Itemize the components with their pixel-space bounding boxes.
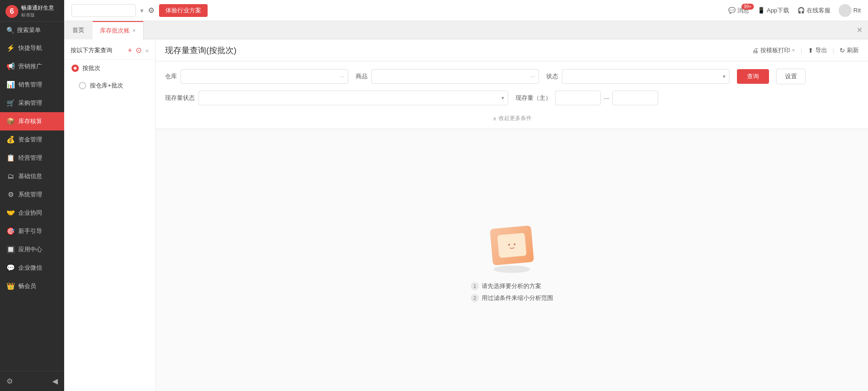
sidebar-item-purchase[interactable]: 🛒 采购管理 — [0, 94, 64, 112]
query-btn[interactable]: 查询 — [737, 69, 769, 84]
stock-qty-min-input[interactable] — [555, 91, 601, 105]
sidebar-item-member[interactable]: 👑 畅会员 — [0, 277, 64, 295]
filter-collapse-icon[interactable]: « — [145, 47, 149, 54]
sidebar-item-sales[interactable]: 📊 销售管理 — [0, 76, 64, 94]
print-chevron-icon: ▾ — [792, 47, 795, 54]
export-icon: ⬆ — [808, 47, 813, 54]
topbar-chevron-icon[interactable]: ▾ — [140, 7, 143, 14]
tab-home[interactable]: 首页 — [64, 21, 93, 39]
stock-qty-max-input[interactable] — [612, 91, 658, 105]
chevron-up-icon: ∧ — [493, 115, 497, 122]
sidebar-item-label: 企业微信 — [18, 264, 42, 272]
export-label: 导出 — [815, 46, 827, 54]
collapse-label: 收起更多条件 — [499, 114, 532, 122]
sidebar-item-shortcuts[interactable]: ⚡ 快捷导航 — [0, 39, 64, 57]
status-select[interactable]: ▾ — [562, 69, 730, 84]
warehouse-input[interactable]: ··· — [181, 69, 348, 84]
warehouse-dots-icon: ··· — [340, 73, 344, 80]
refresh-btn[interactable]: ↻ 刷新 — [840, 46, 859, 54]
sidebar-item-guide[interactable]: 🎯 新手引导 — [0, 222, 64, 240]
messages-icon: 💬 — [728, 7, 736, 14]
tab-active-label: 库存批次账 — [100, 27, 130, 35]
filter-item-batch-label: 按批次 — [82, 64, 100, 72]
sidebar-item-operations[interactable]: 📋 经营管理 — [0, 149, 64, 167]
sidebar-item-label: 销售管理 — [18, 81, 42, 89]
sidebar-item-inventory[interactable]: 📦 库存核算 — [0, 112, 64, 130]
sidebar-footer: ⚙ ◀ — [0, 371, 64, 391]
sidebar-item-label: 畅会员 — [18, 282, 36, 290]
filter-sub-dot — [79, 82, 86, 89]
sidebar-item-collab[interactable]: 🤝 企业协同 — [0, 204, 64, 222]
filter-add-btn[interactable]: + — [128, 46, 132, 54]
tab-inventory-batch[interactable]: 库存批次账 × — [93, 21, 143, 39]
collapse-sidebar-icon[interactable]: ◀ — [52, 377, 58, 386]
messages-group[interactable]: 💬 消息 99+ — [728, 6, 749, 15]
filter-panel-actions: + ⊙ « — [128, 46, 149, 54]
weixin-icon: 💬 — [6, 264, 15, 272]
warehouse-field: 仓库 ··· — [165, 69, 348, 84]
empty-tip-2: 2 用过滤条件来缩小分析范围 — [471, 294, 553, 302]
tab-close-icon[interactable]: × — [132, 27, 136, 34]
print-label: 按模板打印 — [760, 46, 790, 54]
app-subtitle: 标准版 — [21, 12, 54, 18]
collab-icon: 🤝 — [6, 209, 15, 217]
stock-qty-label: 现存量（主） — [516, 94, 551, 102]
filter-item-batch[interactable]: 按批次 — [64, 60, 155, 77]
operations-icon: 📋 — [6, 154, 15, 162]
empty-icon — [484, 218, 539, 273]
sidebar-item-finance[interactable]: 💰 资金管理 — [0, 130, 64, 149]
filter-form: 仓库 ··· 商品 ··· — [156, 61, 868, 129]
settings-btn[interactable]: 设置 — [776, 69, 806, 84]
tip-num-1: 1 — [471, 282, 479, 290]
sidebar-item-label: 基础信息 — [18, 172, 42, 180]
online-service-label: 在线客服 — [807, 6, 830, 15]
filter-panel: 按以下方案查询 + ⊙ « 按批次 按仓库+批次 — [64, 39, 156, 391]
member-icon: 👑 — [6, 282, 15, 290]
purchase-icon: 🛒 — [6, 99, 15, 107]
warehouse-label: 仓库 — [165, 72, 177, 81]
sidebar-item-label: 新手引导 — [18, 227, 42, 235]
topbar-gear-icon[interactable]: ⚙ — [148, 6, 154, 15]
status-label: 状态 — [546, 72, 558, 81]
product-dots-icon: ··· — [530, 73, 535, 80]
sidebar-item-apps[interactable]: 🔲 应用中心 — [0, 240, 64, 259]
sales-icon: 📊 — [6, 81, 15, 89]
app-download-group[interactable]: 📱 App下载 — [758, 6, 789, 15]
search-icon: 🔍 — [6, 27, 14, 34]
sidebar-header: 6 畅康通好生意 标准版 — [0, 0, 64, 22]
online-service-group[interactable]: 🎧 在线客服 — [797, 6, 830, 15]
settings-footer-icon[interactable]: ⚙ — [6, 377, 13, 386]
stock-status-select[interactable]: ▾ — [198, 91, 508, 105]
print-btn[interactable]: 🖨 按模板打印 ▾ — [752, 46, 795, 54]
tabbar: 首页 库存批次账 × ✕ — [64, 21, 868, 39]
user-group[interactable]: Rit — [839, 4, 861, 17]
sidebar-item-basic[interactable]: 🗂 基础信息 — [0, 167, 64, 185]
marketing-icon: 📢 — [6, 62, 15, 71]
stock-status-chevron-icon: ▾ — [501, 95, 504, 101]
content-area: 现存量查询(按批次) 🖨 按模板打印 ▾ | ⬆ 导出 | ↻ — [156, 39, 868, 391]
collapse-row[interactable]: ∧ 收起更多条件 — [165, 112, 859, 127]
topbar-search-input[interactable] — [71, 4, 136, 17]
sidebar-item-system[interactable]: ⚙ 系统管理 — [0, 185, 64, 204]
sidebar-search[interactable]: 🔍 搜索菜单 — [0, 22, 64, 39]
export-btn[interactable]: ⬆ 导出 — [808, 46, 827, 54]
page-content: 按以下方案查询 + ⊙ « 按批次 按仓库+批次 — [64, 39, 868, 391]
empty-box — [490, 225, 534, 266]
app-title-group: 畅康通好生意 标准版 — [21, 5, 54, 18]
tip-num-2: 2 — [471, 294, 479, 302]
filter-item-warehouse-batch[interactable]: 按仓库+批次 — [64, 77, 155, 94]
status-field: 状态 ▾ — [546, 69, 730, 84]
sidebar-item-label: 经营管理 — [18, 154, 42, 162]
tab-panel-close-icon[interactable]: ✕ — [855, 24, 864, 36]
sidebar-item-marketing[interactable]: 📢 营销推广 — [0, 57, 64, 76]
refresh-label: 刷新 — [847, 46, 859, 54]
filter-settings-btn[interactable]: ⊙ — [136, 46, 142, 54]
messages-badge: 99+ — [742, 4, 754, 10]
main-area: ▾ ⚙ 体验行业方案 💬 消息 99+ 📱 App下载 🎧 在线客服 Rit — [64, 0, 868, 391]
trial-btn[interactable]: 体验行业方案 — [159, 4, 208, 17]
product-input[interactable]: ··· — [371, 69, 539, 84]
sidebar-item-weixin[interactable]: 💬 企业微信 — [0, 259, 64, 277]
apps-icon: 🔲 — [6, 245, 15, 254]
filter-row-1: 仓库 ··· 商品 ··· — [165, 69, 859, 84]
stock-qty-field: 现存量（主） — — [516, 91, 859, 105]
